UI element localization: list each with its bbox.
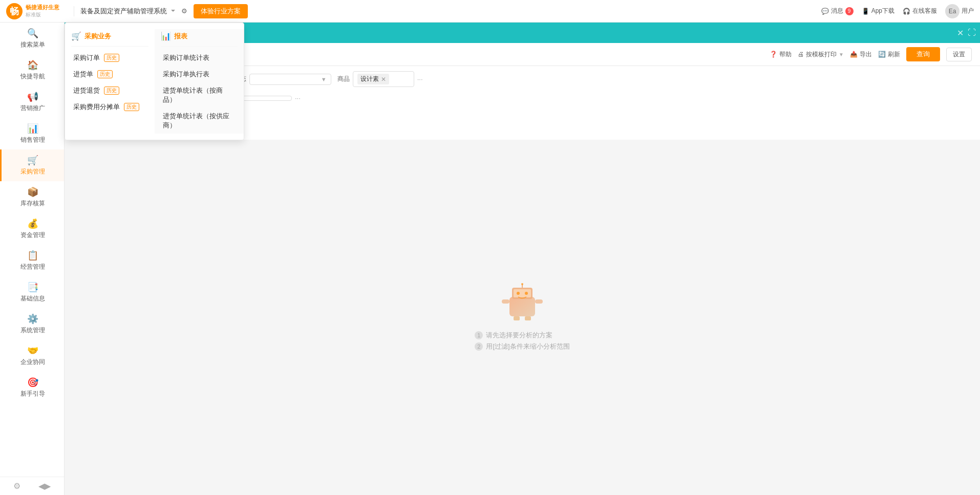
sidebar-item-label-finance: 资金管理 <box>20 231 45 240</box>
menu-col-business-title: 🛒 采购业务 <box>71 29 148 47</box>
logo-icon: 畅 <box>6 3 23 19</box>
system-title: 装备及固定资产辅助管理系统 <box>80 7 167 16</box>
history-badge-3: 历史 <box>104 87 119 95</box>
svg-point-4 <box>525 292 528 295</box>
app-container: 畅 畅捷通好生意 标准版 装备及固定资产辅助管理系统 ⚙ 体验行业方案 💬 消息… <box>0 0 980 495</box>
sidebar-bottom: ⚙ ◀▶ <box>0 477 64 495</box>
menu-col-report: 📊 报表 采购订单统计表 采购订单执行表 进货单统计表（按商品） 进货单统计表（… <box>155 29 244 134</box>
operation-icon: 📋 <box>27 250 38 261</box>
divider1 <box>74 6 74 16</box>
empty-icon <box>497 282 548 322</box>
guide-icon: 🎯 <box>27 377 38 388</box>
collapse-sidebar-btn[interactable]: ◀▶ <box>38 481 51 491</box>
sidebar-item-label-basic: 基础信息 <box>20 294 45 303</box>
svg-rect-8 <box>525 316 531 320</box>
menu-item-report-1[interactable]: 采购订单统计表 <box>161 50 238 66</box>
staff-more-dots[interactable]: ··· <box>295 94 301 102</box>
avatar: Ea <box>945 4 960 18</box>
menu-item-return[interactable]: 进货退货 历史 <box>71 82 148 99</box>
sidebar-item-label-quicknav: 快捷导航 <box>20 72 45 81</box>
inventory-icon: 📦 <box>27 186 38 198</box>
menu-item-report-4[interactable]: 进货单统计表（按供应商） <box>161 108 238 134</box>
tab-controls: ✕ ⛶ <box>957 28 976 38</box>
finance-icon: 💰 <box>27 218 38 229</box>
message-badge: 9 <box>845 7 854 15</box>
goods-tag-close-icon[interactable]: ✕ <box>381 76 386 83</box>
voucher-status-input[interactable]: ▼ <box>249 74 331 85</box>
collab-icon: 🤝 <box>27 345 38 356</box>
query-btn[interactable]: 查询 <box>906 47 940 61</box>
menu-col-report-title: 📊 报表 <box>161 29 238 47</box>
content-header-right: ❓ 帮助 🖨 按模板打印 ▼ 📤 导出 🔄 刷新 <box>770 47 972 61</box>
top-bar-right: 💬 消息 9 📱 App下载 🎧 在线客服 Ea 用户 <box>821 4 974 18</box>
refresh-action[interactable]: 🔄 刷新 <box>878 50 900 59</box>
menu-item-purchase-order[interactable]: 采购订单 历史 <box>71 50 148 66</box>
main-content: 1 请先选择要分析的方案 2 用[过滤]条件来缩小分析范围 <box>65 140 980 495</box>
svg-rect-7 <box>514 316 520 320</box>
history-badge-1: 历史 <box>104 54 119 62</box>
headset-icon: 🎧 <box>903 8 910 15</box>
help-action[interactable]: ❓ 帮助 <box>770 50 792 59</box>
menu-item-expense[interactable]: 采购费用分摊单 历史 <box>71 99 148 115</box>
goods-tag: 设计素 ✕ <box>357 74 389 84</box>
sidebar-item-sales[interactable]: 📊 销售管理 <box>0 118 64 149</box>
close-window-icon[interactable]: ✕ <box>957 28 964 38</box>
message-icon: 💬 <box>821 8 829 15</box>
sidebar-item-collab[interactable]: 🤝 企业协同 <box>0 340 64 372</box>
report-title-icon: 📊 <box>161 31 171 41</box>
svg-rect-10 <box>535 299 543 304</box>
sidebar-item-guide[interactable]: 🎯 新手引导 <box>0 372 64 403</box>
help-icon: ❓ <box>770 51 777 58</box>
sidebar-item-label-system: 系统管理 <box>20 326 45 335</box>
sidebar-item-basic[interactable]: 📑 基础信息 <box>0 276 64 308</box>
print-dropdown-icon[interactable]: ▼ <box>839 52 844 57</box>
settings-small-btn[interactable]: 设置 <box>946 48 972 61</box>
sidebar-item-marketing[interactable]: 📢 营销推广 <box>0 86 64 118</box>
menu-item-report-3[interactable]: 进货单统计表（按商品） <box>161 82 238 108</box>
sidebar-item-quicknav[interactable]: 🏠 快捷导航 <box>0 54 64 86</box>
search-icon: 🔍 <box>27 28 38 39</box>
empty-state: 1 请先选择要分析的方案 2 用[过滤]条件来缩小分析范围 <box>475 282 569 353</box>
sidebar-item-label-purchase: 采购管理 <box>20 167 45 176</box>
sidebar-item-system[interactable]: ⚙️ 系统管理 <box>0 308 64 340</box>
svg-rect-9 <box>502 299 509 304</box>
svg-point-6 <box>521 283 523 285</box>
export-icon: 📤 <box>850 51 858 58</box>
home-icon: 🏠 <box>27 59 38 71</box>
settings-bottom-btn[interactable]: ⚙ <box>13 481 20 491</box>
goods-more-dots[interactable]: ··· <box>417 75 423 83</box>
purchase-dropdown-menu: 🛒 采购业务 采购订单 历史 进货单 历史 进货退货 历史 采购费用分摊单 历史 <box>65 23 244 140</box>
print-icon: 🖨 <box>798 51 804 58</box>
sidebar-item-label-operation: 经营管理 <box>20 263 45 271</box>
history-badge-4: 历史 <box>124 103 139 111</box>
top-bar: 畅 畅捷通好生意 标准版 装备及固定资产辅助管理系统 ⚙ 体验行业方案 💬 消息… <box>0 0 980 23</box>
settings-icon[interactable]: ⚙ <box>177 4 191 18</box>
goods-input[interactable]: 设计素 ✕ <box>353 71 414 87</box>
online-service-action[interactable]: 🎧 在线客服 <box>903 7 937 15</box>
refresh-icon: 🔄 <box>878 51 886 58</box>
menu-col-business: 🛒 采购业务 采购订单 历史 进货单 历史 进货退货 历史 采购费用分摊单 历史 <box>65 29 155 134</box>
step2-num: 2 <box>475 342 483 351</box>
sidebar-item-label-sales: 销售管理 <box>20 136 45 144</box>
system-icon: ⚙️ <box>27 313 38 325</box>
empty-text: 1 请先选择要分析的方案 2 用[过滤]条件来缩小分析范围 <box>475 331 569 351</box>
system-title-dropdown[interactable] <box>169 8 175 14</box>
chevron-down-icon <box>171 10 175 14</box>
export-action[interactable]: 📤 导出 <box>850 50 872 59</box>
user-action[interactable]: Ea 用户 <box>945 4 974 18</box>
sidebar-item-inventory[interactable]: 📦 库存核算 <box>0 181 64 213</box>
step1-num: 1 <box>475 331 483 339</box>
message-action[interactable]: 💬 消息 9 <box>821 7 854 15</box>
menu-item-arrival[interactable]: 进货单 历史 <box>71 66 148 82</box>
app-download-action[interactable]: 📱 App下载 <box>862 7 894 15</box>
print-action[interactable]: 🖨 按模板打印 ▼ <box>798 50 844 59</box>
sidebar-item-finance[interactable]: 💰 资金管理 <box>0 213 64 245</box>
svg-rect-0 <box>509 297 535 316</box>
sidebar-item-operation[interactable]: 📋 经营管理 <box>0 245 64 276</box>
menu-item-report-2[interactable]: 采购订单执行表 <box>161 66 238 82</box>
sidebar-item-search[interactable]: 🔍 搜索菜单 <box>0 23 64 54</box>
maximize-icon[interactable]: ⛶ <box>968 28 976 38</box>
sidebar-item-purchase[interactable]: 🛒 采购管理 <box>0 149 64 181</box>
sidebar: 🔍 搜索菜单 🏠 快捷导航 📢 营销推广 📊 销售管理 🛒 采购管理 📦 <box>0 23 65 495</box>
industry-btn[interactable]: 体验行业方案 <box>194 4 248 18</box>
